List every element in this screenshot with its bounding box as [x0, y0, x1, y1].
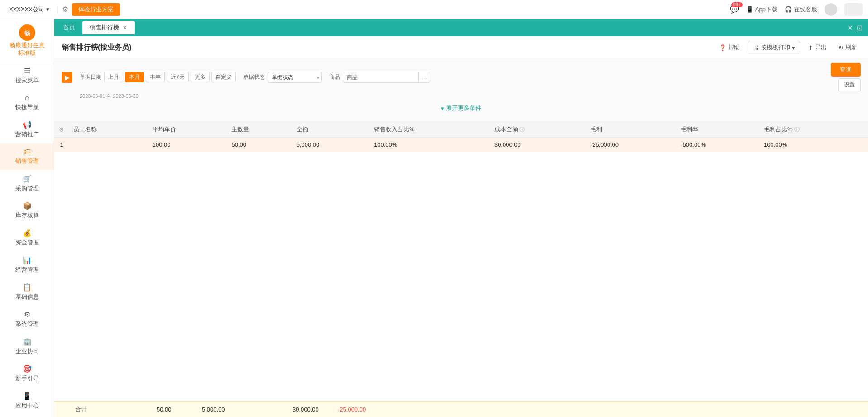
online-service-btn[interactable]: 🎧 在线客服 — [785, 5, 817, 14]
status-select[interactable]: 单据状态 — [268, 72, 322, 83]
cost-tooltip-icon: ⓘ — [519, 126, 525, 133]
sidebar-item-purchase[interactable]: 🛒 采购管理 — [0, 170, 54, 197]
sidebar-item-system[interactable]: ⚙ 系统管理 — [0, 306, 54, 333]
help-btn[interactable]: ❓ 帮助 — [715, 42, 743, 53]
operation-icon: 📊 — [23, 256, 32, 264]
sidebar-item-app-center[interactable]: 📱 应用中心 — [0, 387, 54, 414]
date-btn-7days[interactable]: 近7天 — [167, 72, 189, 82]
th-cost: 成本全额 ⓘ — [490, 122, 586, 138]
table-header-row: ⚙ 员工名称 平均单价 主数量 — [54, 122, 868, 138]
table-container: ⚙ 员工名称 平均单价 主数量 — [54, 122, 868, 152]
tab-bar-close-btn[interactable]: ✕ — [847, 24, 853, 32]
tab-home[interactable]: 首页 — [56, 21, 82, 34]
query-panel: 查询 设置 — [831, 63, 861, 91]
print-dropdown-icon: ▾ — [792, 44, 795, 51]
sidebar-item-quick-nav[interactable]: ⌂ 快捷导航 — [0, 89, 54, 116]
th-avg-price: 平均单价 — [148, 122, 227, 138]
avatar[interactable] — [825, 3, 837, 16]
help-icon: ❓ — [719, 44, 726, 51]
sidebar-item-operation[interactable]: 📊 经营管理 — [0, 251, 54, 278]
message-badge: 99+ — [731, 2, 743, 7]
footer-label: 合计 — [75, 405, 102, 413]
export-icon: ⬆ — [808, 44, 813, 51]
headset-icon: 🎧 — [785, 6, 792, 13]
cell-gross-rate: -500.00% — [676, 138, 759, 152]
filter-goods: 商品 … — [329, 72, 430, 83]
sidebar-item-wechat[interactable]: 💬 企业微信 — [0, 414, 54, 417]
cell-gross: -25,000.00 — [586, 138, 676, 152]
sidebar-item-sales[interactable]: 🏷 销售管理 — [0, 143, 54, 170]
table-area: ⚙ 员工名称 平均单价 主数量 — [54, 122, 868, 401]
content-area: 首页 销售排行榜 ✕ ✕ ⊡ 销售排行榜(按业务员) ❓ — [54, 19, 868, 417]
footer-gross: -25,000.00 — [338, 406, 383, 413]
app-download-btn[interactable]: 📱 App下载 — [746, 5, 777, 14]
basic-icon: 📋 — [23, 283, 32, 292]
th-gross-rate: 毛利率 — [676, 122, 759, 138]
th-gross: 毛利 — [586, 122, 676, 138]
settings-btn[interactable]: 设置 — [838, 78, 861, 91]
company-selector[interactable]: XXXXXX公司 ▾ — [5, 4, 53, 15]
date-btn-more[interactable]: 更多 — [191, 72, 210, 82]
th-qty: 主数量 — [227, 122, 292, 138]
footer-qty: 50.00 — [157, 406, 202, 413]
date-filter-label: 单据日期 — [80, 73, 101, 81]
print-btn[interactable]: 🖨 按模板打印 ▾ — [748, 41, 800, 54]
top-bar-right: 💬 99+ 📱 App下载 🎧 在线客服 — [730, 3, 863, 16]
status-select-wrapper: 单据状态 — [268, 72, 322, 83]
th-sales-pct: 销售收入占比% — [369, 122, 490, 138]
tab-sales-rank[interactable]: 销售排行榜 ✕ — [82, 21, 135, 34]
footer-row: 合计 50.00 5,000.00 30,000.00 -25,000.00 — [54, 401, 868, 417]
sidebar-item-search-order[interactable]: ☰ 搜索菜单 — [0, 62, 54, 89]
search-order-icon: ☰ — [24, 67, 30, 75]
date-btn-this-year[interactable]: 本年 — [146, 72, 165, 82]
th-amount: 全额 — [292, 122, 369, 138]
data-table: ⚙ 员工名称 平均单价 主数量 — [54, 122, 868, 152]
goods-filter-label: 商品 — [329, 73, 340, 81]
home-icon: ⌂ — [25, 94, 29, 102]
app-center-icon: 📱 — [23, 392, 32, 400]
query-btn[interactable]: 查询 — [831, 63, 861, 77]
company-name: XXXXXX公司 — [9, 5, 44, 14]
logo-icon: 畅 — [18, 24, 36, 42]
date-btn-this-month[interactable]: 本月 — [125, 72, 144, 82]
trial-btn[interactable]: 体验行业方案 — [72, 3, 120, 16]
print-icon: 🖨 — [753, 44, 759, 51]
settings-icon-top[interactable]: ⚙ — [62, 5, 68, 14]
th-name: 员工名称 — [69, 122, 148, 138]
export-btn[interactable]: ⬆ 导出 — [805, 42, 830, 53]
footer-cost: 30,000.00 — [293, 406, 338, 413]
refresh-btn[interactable]: ↻ 刷新 — [835, 42, 861, 53]
table-footer: 合计 50.00 5,000.00 30,000.00 -25,000.00 — [54, 401, 868, 417]
sidebar-item-guide[interactable]: 🎯 新手引导 — [0, 360, 54, 387]
date-btn-last-month[interactable]: 上月 — [104, 72, 123, 82]
column-settings-icon[interactable]: ⚙ — [59, 126, 64, 133]
filter-expand-icon[interactable]: ▶ — [62, 72, 72, 83]
sidebar-item-basic[interactable]: 📋 基础信息 — [0, 278, 54, 306]
message-btn[interactable]: 💬 99+ — [730, 5, 739, 14]
sidebar-item-marketing[interactable]: 📢 营销推广 — [0, 116, 54, 143]
th-settings[interactable]: ⚙ — [54, 122, 69, 138]
goods-input[interactable] — [343, 72, 419, 83]
page-content: 销售排行榜(按业务员) ❓ 帮助 🖨 按模板打印 ▾ ⬆ — [54, 36, 868, 417]
sales-icon: 🏷 — [24, 148, 31, 156]
date-range-text: 2023-06-01 至 2023-06-30 — [62, 92, 861, 100]
date-btn-custom[interactable]: 自定义 — [211, 72, 236, 82]
inner-content: 销售排行榜(按业务员) ❓ 帮助 🖨 按模板打印 ▾ ⬆ — [54, 36, 868, 417]
sidebar-item-inventory[interactable]: 📦 库存核算 — [0, 197, 54, 224]
divider: | — [57, 5, 58, 14]
page-header: 销售排行榜(按业务员) ❓ 帮助 🖨 按模板打印 ▾ ⬆ — [54, 36, 868, 58]
sidebar-item-finance[interactable]: 💰 资金管理 — [0, 224, 54, 251]
phone-icon: 📱 — [746, 6, 753, 13]
chevron-down-icon: ▾ — [46, 6, 49, 13]
tab-bar-right: ✕ ⊡ — [847, 24, 866, 32]
cell-sales-pct: 100.00% — [369, 138, 490, 152]
tab-close-icon[interactable]: ✕ — [122, 25, 128, 31]
expand-more-btn[interactable]: ▾ 展开更多条件 — [437, 102, 485, 114]
goods-ellipsis-btn[interactable]: … — [419, 72, 430, 83]
enterprise-icon: 🏢 — [23, 337, 32, 346]
page-title: 销售排行榜(按业务员) — [62, 43, 132, 53]
sidebar-item-enterprise[interactable]: 🏢 企业协同 — [0, 333, 54, 360]
tab-bar-restore-btn[interactable]: ⊡ — [857, 24, 863, 32]
logo-text: 畅康通好生意 标准版 — [10, 42, 45, 57]
finance-icon: 💰 — [23, 229, 32, 237]
